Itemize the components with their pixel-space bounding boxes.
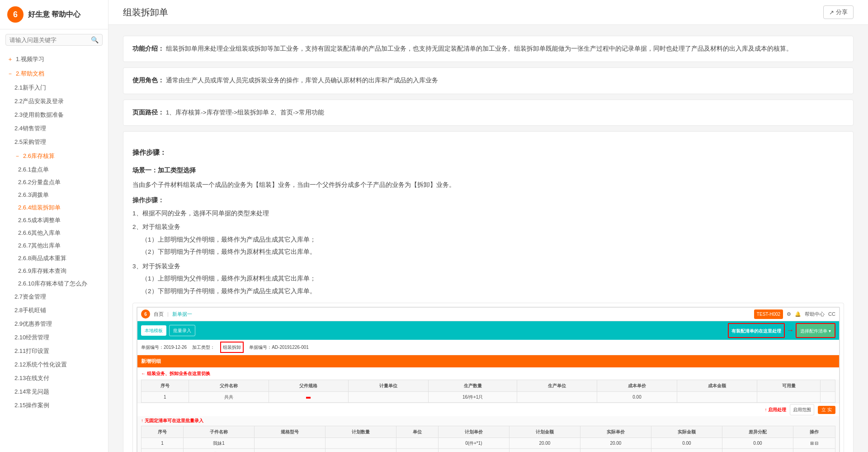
sidebar-item-purchase[interactable]: 2.5采购管理 [0, 135, 108, 149]
sidebar-item-docs[interactable]: － 2.帮助文档 2.1新手入门 2.2产品安装及登录 2.3使用前数据准备 2… [0, 67, 108, 412]
role-label: 使用角色： [132, 77, 164, 84]
th-avail: 可用量 [757, 380, 821, 392]
choose-type-btn: 选择配件清单 ▾ [800, 328, 831, 333]
th-parent-name: 父件名称 [189, 380, 269, 392]
app-child-table: 序号 子件名称 规格型号 计划数量 单位 计划单价 计划金额 实际单价 实际金额 [141, 426, 835, 452]
th-sub-spec: 规格型号 [254, 426, 325, 438]
sidebar-item-cost-recalc[interactable]: 2.6.8商品成本重算 [0, 252, 108, 265]
th-sub-plan-price: 计划单价 [438, 426, 509, 438]
sidebar-group-label: 2.帮助文档 [16, 70, 44, 78]
sidebar-item-assembly[interactable]: 2.6.4组装拆卸单 [0, 201, 108, 214]
app-topbar: 6 自页 | 新单据一 TEST-H002 ⚙ 🔔 帮助中心 CC [137, 308, 839, 321]
sidebar-item-sales[interactable]: 2.4销售管理 [0, 122, 108, 135]
sidebar-item-inventory[interactable]: － 2.6库存核算 2.6.1盘点单 2.6.2分量盘点单 2.6.3调拨单 2… [0, 149, 108, 290]
minus-icon2: － [14, 152, 20, 160]
th-sub-op: 操作 [793, 426, 835, 438]
steps-title: 操作步骤： [132, 146, 844, 159]
th-unit: 计量单位 [349, 380, 429, 392]
search-input[interactable] [9, 37, 91, 43]
app-child-table-area: ↑ 无固定清单可在这里批量录入 序号 子件名称 规格型号 计划数量 单位 [137, 416, 839, 452]
annotation2-text: ← 组装业务、拆卸业务在这里切换 [141, 371, 210, 376]
sidebar-item-customize[interactable]: 2.12系统个性化设置 [0, 358, 108, 371]
role-card: 使用角色： 通常由生产人员或库管人员完成拆装业务的操作，库管人员确认原材料的出库… [123, 67, 854, 94]
scene1-desc: 当由多个子件材料组装成一个成品的业务为【组装】业务，当由一个父件拆分成多个子产品… [132, 179, 844, 191]
app-orange-section: 新增明细 [137, 355, 839, 367]
role-text: 通常由生产人员或库管人员完成拆装业务的操作，库管人员确认原材料的出库和产成品的入… [166, 77, 438, 84]
th-sub-diff: 差异分配 [722, 426, 793, 438]
scene1-title: 场景一：加工类型选择 [132, 164, 844, 176]
th-action [821, 380, 835, 392]
sidebar-group-label: 1.视频学习 [16, 55, 44, 63]
content-area: 功能介绍： 组装拆卸单用来处理企业组装或拆卸等加工业务，支持有固定装配清单的产品… [108, 25, 868, 452]
main-area: 组装拆卸单 ↗ 分享 功能介绍： 组装拆卸单用来处理企业组装或拆卸等加工业务，支… [108, 0, 868, 452]
app-parent-table: 序号 父件名称 父件规格 计量单位 生产数量 生产单位 成本单价 成本金额 可用… [141, 380, 835, 403]
th-sub-plan-amt: 计划金额 [509, 426, 580, 438]
sidebar-item-stock-error[interactable]: 2.6.10库存账本错了怎么办 [0, 277, 108, 290]
step2-2: （2）下部明细为子件明细，最终作为原材料生成其它出库单。 [142, 246, 844, 258]
annotation1-text: 有装配清单的在这里处理 [731, 328, 781, 333]
sidebar-item-stock-ledger[interactable]: 2.6.9库存账本查询 [0, 265, 108, 277]
app-logo-icon: 6 [141, 309, 150, 319]
app-btn-batch[interactable]: 批量录入 [169, 325, 195, 336]
sidebar-item-split-stocktake[interactable]: 2.6.2分量盘点单 [0, 176, 108, 189]
td-camt [677, 392, 757, 403]
annotation3-text: ↑ 启用处理 [764, 405, 786, 414]
doc-batch: AD-20191226-001 [272, 345, 309, 350]
path-card: 页面路径： 1、库存核算->库存管理->组装拆卸单 2、首页->常用功能 [123, 100, 854, 126]
page-title: 组装拆卸单 [123, 6, 168, 19]
td-spec [269, 392, 349, 403]
sidebar-item-print[interactable]: 2.11打印设置 [0, 344, 108, 358]
steps-block: 操作步骤： 场景一：加工类型选择 当由多个子件材料组装成一个成品的业务为【组装】… [123, 131, 854, 452]
app-nav-docs: 新单据一 [172, 309, 192, 319]
doc-type-field: 组装拆卸 [220, 342, 244, 353]
steps-label: 操作步骤： [132, 195, 844, 206]
th-parent-spec: 父件规格 [269, 380, 349, 392]
sidebar-item-cost-adj[interactable]: 2.6.5成本调整单 [0, 214, 108, 227]
sidebar-item-faq[interactable]: 2.14常见问题 [0, 385, 108, 399]
sidebar-item-finance[interactable]: 2.7资金管理 [0, 290, 108, 304]
logo-text: 好生意 帮助中心 [28, 10, 80, 19]
sidebar-item-coupon[interactable]: 2.9优惠券管理 [0, 317, 108, 331]
th-prod-unit: 生产单位 [517, 380, 597, 392]
search-box[interactable]: 🔍 [5, 34, 103, 46]
sidebar-item-ops[interactable]: 2.10经营管理 [0, 331, 108, 344]
orange-tab[interactable]: 新增明细 [141, 357, 161, 366]
search-icon[interactable]: 🔍 [91, 36, 99, 43]
sidebar-item-stocktake[interactable]: 2.6.1盘点单 [0, 163, 108, 176]
td-unit [349, 392, 429, 403]
th-sub-unit: 单位 [396, 426, 438, 438]
share-button[interactable]: ↗ 分享 [823, 5, 854, 19]
screenshot-container: 6 自页 | 新单据一 TEST-H002 ⚙ 🔔 帮助中心 CC 本地模板 [132, 303, 844, 452]
sidebar-header: 6 好生意 帮助中心 [0, 0, 108, 29]
step1: 1、根据不同的业务，选择不同单据的类型来处理 [132, 208, 844, 219]
sidebar-item-newuser[interactable]: 2.1新手入门 [0, 81, 108, 95]
th-sub-act-price: 实际单价 [580, 426, 651, 438]
app-confirm-btn[interactable]: 立 实 [818, 406, 835, 414]
th-cost-amt: 成本金额 [677, 380, 757, 392]
sidebar-item-other-out[interactable]: 2.6.7其他出库单 [0, 239, 108, 252]
func-intro-card: 功能介绍： 组装拆卸单用来处理企业组装或拆卸等加工业务，支持有固定装配清单的产品… [123, 36, 854, 62]
app-doc-info: 单据编号：2019-12-26 加工类型： 组装拆卸 单据编号：AD-20191… [137, 340, 839, 355]
td-qty: 16/件+1只 [429, 392, 517, 403]
path-label: 页面路径： [132, 109, 164, 116]
td-seq: 1 [142, 392, 189, 403]
th-seq: 序号 [142, 380, 189, 392]
sidebar-item-video[interactable]: ＋ 1.视频学习 [0, 52, 108, 67]
sidebar-item-cases[interactable]: 2.15操作案例 [0, 399, 108, 412]
sidebar-item-dataprep[interactable]: 2.3使用前数据准备 [0, 108, 108, 122]
sidebar-item-transfer[interactable]: 2.6.3调拨单 [0, 189, 108, 201]
share-label: 分享 [836, 8, 848, 16]
path-text: 1、库存核算->库存管理->组装拆卸单 2、首页->常用功能 [166, 109, 324, 116]
th-cost-price: 成本单价 [597, 380, 677, 392]
th-sub-act-amt: 实际金额 [651, 426, 722, 438]
sidebar-item-other-in[interactable]: 2.6.6其他入库单 [0, 227, 108, 239]
sidebar-item-install[interactable]: 2.2产品安装及登录 [0, 95, 108, 108]
step2-1: （1）上部明细为父件明细，最终作为产成品生成其它入库单； [142, 234, 844, 246]
td-name: 共共 [189, 392, 269, 403]
sidebar: 6 好生意 帮助中心 🔍 ＋ 1.视频学习 － 2.帮助文档 2.1新手入门 2… [0, 0, 108, 452]
app-subbar: 本地模板 批量录入 有装配清单的在这里处理 → 选择配件清单 ▾ [137, 321, 839, 340]
sidebar-item-payment[interactable]: 2.13在线支付 [0, 371, 108, 385]
app-btn-local-template[interactable]: 本地模板 [141, 325, 166, 336]
sidebar-item-mobile[interactable]: 2.8手机旺铺 [0, 304, 108, 317]
td-op [821, 392, 835, 403]
